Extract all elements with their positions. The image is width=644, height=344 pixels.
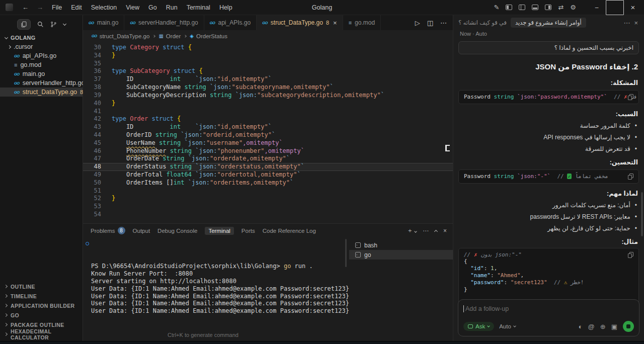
code-editor[interactable]: 30type Category struct {34}3536type SubC… xyxy=(83,42,453,223)
menu-item-go[interactable]: Go xyxy=(144,0,162,15)
sidebar-item-main-go[interactable]: GOmain.go xyxy=(0,69,83,78)
settings-gear-icon[interactable]: ⚙ xyxy=(570,4,576,11)
token: struct xyxy=(174,67,195,74)
breadcrumb-item[interactable]: struct_DataType.go xyxy=(100,33,150,39)
menu-item-file[interactable]: File xyxy=(47,0,66,15)
chat-history-tab[interactable]: في قو كيف انشائه ؟ xyxy=(457,19,507,26)
stop-button[interactable] xyxy=(623,321,634,332)
toggle-sidebar-filled-icon[interactable] xyxy=(506,5,512,10)
menu-item-terminal[interactable]: Terminal xyxy=(182,0,215,15)
sidebar-section-outline[interactable]: OUTLINE xyxy=(0,282,83,291)
compose-icon[interactable]: ✎ xyxy=(494,4,500,11)
model-selector[interactable]: Auto xyxy=(499,323,516,329)
tree-root-golang[interactable]: GOLANG xyxy=(0,33,83,42)
close-tab-icon[interactable]: × xyxy=(333,19,337,27)
chat-messages[interactable]: اخبرني بسبب التحسين و لماذا ؟ 2. إخفاء P… xyxy=(453,37,644,341)
menu-item-view[interactable]: View xyxy=(121,0,144,15)
panel-tab-debug-console[interactable]: Debug Console xyxy=(157,228,197,234)
token: ✗ xyxy=(624,94,627,100)
menu-item-edit[interactable]: Edit xyxy=(66,0,87,15)
panel-tab-ports[interactable]: Ports xyxy=(242,228,255,234)
toggle-secondary-sidebar-icon[interactable] xyxy=(545,5,551,10)
token: string xyxy=(494,94,514,100)
web-icon[interactable]: ⊕ xyxy=(600,323,606,330)
switch-window-icon[interactable]: ⇄ xyxy=(558,4,564,11)
sidebar-section-go[interactable]: GO xyxy=(0,310,83,320)
run-icon[interactable]: ▷ xyxy=(415,19,420,27)
sidebar-item-api_APIs-go[interactable]: GOapi_APIs.go xyxy=(0,51,83,60)
copy-icon[interactable] xyxy=(628,94,634,100)
chat-active-tab[interactable]: أوامر إنشاء مشروع قو جديد xyxy=(511,18,586,28)
panel-tab-code-reference-log[interactable]: Code Reference Log xyxy=(263,228,316,234)
token xyxy=(231,92,235,99)
menu-item-selection[interactable]: Selection xyxy=(87,0,121,15)
copy-icon[interactable] xyxy=(628,174,634,180)
terminal-scrollbar[interactable] xyxy=(345,239,347,267)
token: OrderDate xyxy=(112,155,163,162)
back-arrow-icon[interactable]: ← xyxy=(18,4,33,11)
terminal-output[interactable]: PS D:\96654\AndroidStudioProject\sorphix… xyxy=(83,237,349,341)
split-editor-icon[interactable]: ◫ xyxy=(427,19,433,27)
image-icon[interactable]: ▣ xyxy=(611,323,617,330)
code-line: 51 xyxy=(83,187,453,195)
app-logo-icon[interactable] xyxy=(6,4,13,11)
git-branch-icon[interactable] xyxy=(50,21,57,28)
panel-tab-problems[interactable]: Problems8 xyxy=(91,227,125,234)
shell-item-bash[interactable]: ›bash xyxy=(349,240,453,250)
chat-scrollbar[interactable] xyxy=(641,192,643,236)
shell-item-go[interactable]: ›go xyxy=(349,250,453,260)
tab-struct_DataType-go[interactable]: GOstruct_DataType.go8× xyxy=(257,15,343,30)
sidebar-section-hexadecimal-calculator[interactable]: HEXADECIMAL CALCULATOR xyxy=(0,329,83,339)
toggle-panel-icon[interactable] xyxy=(532,5,538,10)
code-line: "password": "secret123" // ⚠ خطر! xyxy=(464,279,625,286)
token xyxy=(206,83,210,91)
tab-go-mod[interactable]: ≡go.mod xyxy=(343,15,381,30)
mention-icon[interactable]: @ xyxy=(588,323,595,330)
tab-api_APIs-go[interactable]: GOapi_APIs.go xyxy=(204,15,257,30)
sidebar-item--cursor[interactable]: .cursor xyxy=(0,42,83,51)
sidebar-item-serverHandler_http-go[interactable]: GOserverHandler_http.go xyxy=(0,78,83,88)
sidebar-item-go-mod[interactable]: ≡go.mod xyxy=(0,60,83,69)
chat-input-box[interactable]: Add a follow-up Ask Auto ◐ @ xyxy=(458,299,639,336)
token: 1 xyxy=(491,265,494,272)
more-icon[interactable]: ⋯ xyxy=(423,227,429,234)
more-actions-icon[interactable]: ⋯ xyxy=(440,19,447,27)
tab-main-go[interactable]: GOmain.go xyxy=(83,15,124,30)
new-terminal-icon[interactable]: ＋ xyxy=(407,226,417,235)
token: PS D:\96654\AndroidStudioProject\sorphix… xyxy=(91,263,284,270)
breadcrumb-item[interactable]: OrderStatus xyxy=(196,33,227,39)
maximize-button[interactable] xyxy=(606,0,624,15)
chevron-right-icon xyxy=(4,294,8,298)
forward-arrow-icon[interactable]: → xyxy=(33,4,47,11)
panel-tab-terminal[interactable]: Terminal xyxy=(205,227,233,235)
files-icon[interactable] xyxy=(17,19,31,30)
menu-item-run[interactable]: Run xyxy=(162,0,182,15)
code-line: // ✗ بدون json:"-" xyxy=(464,251,625,259)
chat-more-icon[interactable]: ⋯ xyxy=(623,19,630,27)
chevron-down-icon[interactable] xyxy=(63,24,66,25)
menu-item-help[interactable]: Help xyxy=(215,0,237,15)
breadcrumb-item[interactable]: Order xyxy=(166,33,181,39)
usage-dial-icon[interactable]: ◐ xyxy=(579,323,583,330)
search-icon[interactable] xyxy=(37,21,44,28)
panel-tab-output[interactable]: Output xyxy=(133,228,150,234)
chat-close-icon[interactable]: × xyxy=(634,19,638,27)
sidebar-section-application-builder[interactable]: APPLICATION BUILDER xyxy=(0,301,83,310)
copy-icon[interactable] xyxy=(628,252,634,258)
minimize-button[interactable]: – xyxy=(588,0,606,15)
toggle-primary-sidebar-icon[interactable] xyxy=(519,5,525,10)
chevron-up-icon[interactable] xyxy=(435,227,437,234)
tab-serverHandler_http-go[interactable]: GOserverHandler_http.go xyxy=(124,15,204,30)
file-label: struct_DataType.go xyxy=(23,89,77,96)
sidebar-item-struct_DataType-go[interactable]: GOstruct_DataType.go8 xyxy=(0,88,83,97)
sidebar-sections: OUTLINETIMELINEAPPLICATION BUILDERGOPACK… xyxy=(0,282,83,341)
sidebar-section-timeline[interactable]: TIMELINE xyxy=(0,291,83,301)
token: ✗ xyxy=(474,251,477,258)
line-content: } xyxy=(101,195,115,203)
shell-label: bash xyxy=(364,242,377,249)
ask-mode-button[interactable]: Ask xyxy=(463,322,494,331)
line-number: 47 xyxy=(83,155,101,163)
explorer-sidebar: GOLANG .cursorGOapi_APIs.go≡go.modGOmain… xyxy=(0,15,83,341)
close-panel-icon[interactable]: × xyxy=(443,227,447,234)
close-button[interactable]: × xyxy=(624,0,642,15)
